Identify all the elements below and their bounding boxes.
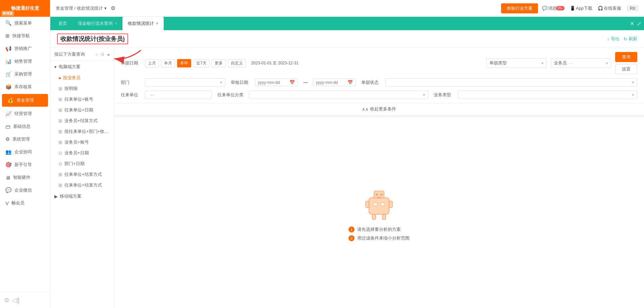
biz-type-select[interactable]: ▾ bbox=[458, 91, 637, 99]
add-scheme-icon[interactable]: + bbox=[95, 52, 98, 57]
sidebar-item-1[interactable]: ⊞快捷导航 bbox=[0, 30, 50, 42]
tree-item-2[interactable]: ⊞往来单位+账号 bbox=[50, 94, 114, 105]
filter-row-2: 部门 ▾ 审核日期 📅 — 📅 bbox=[121, 78, 637, 87]
tab-collection-stats[interactable]: 收款情况统计 × bbox=[122, 17, 164, 30]
svg-rect-8 bbox=[389, 201, 392, 208]
tab-home[interactable]: 首页 bbox=[53, 17, 72, 30]
sidebar-icon-1: ⊞ bbox=[5, 33, 10, 39]
salesperson-select[interactable]: 业务员 ··· ▾ bbox=[551, 58, 611, 68]
review-date-label: 审核日期 bbox=[231, 80, 250, 86]
date-btn-last-7-days[interactable]: 近7天 bbox=[193, 59, 210, 67]
tree-item-7[interactable]: ⊙业务员+日期 bbox=[50, 148, 114, 158]
tree-item-icon-1: ⊞ bbox=[58, 86, 62, 91]
page-title: 收款情况统计(按业务员) bbox=[57, 34, 128, 44]
online-service-action[interactable]: 🎧 在线客服 bbox=[598, 5, 621, 11]
app-download-action[interactable]: 📱 App下载 bbox=[570, 5, 592, 11]
collapse-sidebar-icon[interactable]: ◁‖ bbox=[12, 297, 20, 304]
tree-item-label-8: 部门+日期 bbox=[64, 161, 85, 167]
sidebar-item-2[interactable]: 📢营销推广 bbox=[0, 42, 50, 55]
date-btn-more[interactable]: 更多 bbox=[212, 59, 226, 67]
tree-item-6[interactable]: ⊞业务员+账号 bbox=[50, 137, 114, 148]
window-expand-icon[interactable]: ⤢ bbox=[637, 20, 641, 27]
collapse-filters-btn[interactable]: ∧∧ 收起更多条件 bbox=[114, 103, 644, 115]
filter-top-actions: 单据类型 ▾ 业务员 ··· ▾ 查询 设置 bbox=[486, 52, 637, 74]
tree-item-4[interactable]: ⊞业务员+结算方式 bbox=[50, 115, 114, 126]
tree-item-1[interactable]: ⊞按明细 bbox=[50, 83, 114, 94]
tree-item-9[interactable]: ⊞往来单位+结算方式 bbox=[50, 169, 114, 180]
counterparty-label: 往来单位 bbox=[121, 92, 140, 98]
review-date-from[interactable]: 📅 bbox=[255, 79, 298, 86]
sidebar-item-12[interactable]: 🖥智能硬件 bbox=[0, 171, 50, 184]
tab-collection-stats-close[interactable]: × bbox=[156, 21, 158, 26]
counterparty-select[interactable]: ··· bbox=[145, 91, 212, 99]
tree-item-label-0: 按业务员 bbox=[63, 75, 80, 81]
date-btn-this-month[interactable]: 本月 bbox=[161, 59, 175, 67]
date-btn-last-month[interactable]: 上月 bbox=[145, 59, 159, 67]
sidebar-label-14: 畅会员 bbox=[11, 200, 24, 206]
settings-button[interactable]: 设置 bbox=[615, 64, 637, 74]
tree-item-label-10: 往来单位+结算方式 bbox=[64, 182, 102, 188]
calendar-from-icon[interactable]: 📅 bbox=[289, 80, 295, 85]
tab-bank-flow-label: 现金银行流水查询 bbox=[78, 20, 113, 27]
dept-select[interactable]: ▾ bbox=[145, 78, 225, 87]
sidebar-label-2: 营销推广 bbox=[14, 46, 32, 52]
salesperson-more-icon[interactable]: ··· bbox=[569, 61, 573, 66]
breadcrumb-dropdown-icon[interactable]: ▾ bbox=[104, 6, 107, 11]
breadcrumb: 资金管理 / 收款情况统计 ▾ bbox=[56, 5, 107, 11]
sidebar-item-7[interactable]: 📈经营管理 bbox=[0, 107, 50, 120]
dept-label: 部门 bbox=[121, 80, 140, 86]
sidebar-item-0[interactable]: 🔍搜索菜单 bbox=[0, 17, 50, 30]
tree-group-desktop-label: 电脑端方案 bbox=[59, 64, 80, 70]
collapse-panel-icon[interactable]: « bbox=[107, 52, 110, 57]
edition-badge: 标准版 bbox=[1, 11, 14, 16]
left-panel-action-icons: + ⚙ « bbox=[95, 52, 110, 57]
tab-bank-flow[interactable]: 现金银行流水查询 × bbox=[72, 17, 122, 30]
tree-item-3[interactable]: ⊞往来单位+日期 bbox=[50, 105, 114, 115]
sidebar-item-4[interactable]: 🛒采购管理 bbox=[0, 68, 50, 81]
doc-type-select[interactable]: 单据类型 ▾ bbox=[486, 58, 547, 68]
sidebar-item-5[interactable]: 📦库存核算 bbox=[0, 81, 50, 93]
query-button[interactable]: 查询 bbox=[615, 52, 637, 62]
topbar-gear-icon[interactable]: ⚙ bbox=[111, 5, 115, 11]
sidebar-icon-6: 💰 bbox=[7, 97, 14, 103]
calendar-to-icon[interactable]: 📅 bbox=[347, 80, 353, 85]
doc-status-select[interactable]: ▾ bbox=[385, 78, 637, 87]
counterparty-more-icon[interactable]: ··· bbox=[148, 92, 156, 97]
trial-button[interactable]: 体验行业方案 bbox=[501, 3, 538, 13]
tree-item-icon-8: ⊙ bbox=[58, 161, 62, 166]
message-action[interactable]: 💬 消息 99+ bbox=[542, 5, 565, 11]
sidebar-item-6[interactable]: 💰资金管理 bbox=[2, 94, 48, 107]
window-close-icon[interactable]: ✕ bbox=[630, 20, 634, 27]
tree-group-desktop[interactable]: ▾ 电脑端方案 bbox=[50, 61, 114, 72]
counterparty-cat-select[interactable]: ▾ bbox=[249, 91, 428, 99]
user-avatar[interactable]: Rit bbox=[627, 5, 639, 11]
tab-bank-flow-close[interactable]: × bbox=[115, 21, 117, 26]
sidebar-item-14[interactable]: V畅会员 bbox=[0, 197, 50, 209]
sidebar-item-8[interactable]: 🗃基础信息 bbox=[0, 120, 50, 133]
tree-item-5[interactable]: ⊞按往来单位+部门+收... bbox=[50, 126, 114, 137]
tree-item-8[interactable]: ⊙部门+日期 bbox=[50, 158, 114, 169]
empty-text: 1 请先选择要分析的方案 2 用过滤条件来缩小分析范围 bbox=[348, 226, 410, 241]
sidebar-item-9[interactable]: ⚙系统管理 bbox=[0, 133, 50, 146]
refresh-button[interactable]: ↻ 刷新 bbox=[624, 36, 637, 42]
empty-state: 1 请先选择要分析的方案 2 用过滤条件来缩小分析范围 bbox=[114, 117, 644, 308]
tree-item-label-1: 按明细 bbox=[64, 86, 77, 92]
date-btn-this-year[interactable]: 本年 bbox=[177, 59, 191, 67]
export-button[interactable]: ↑ 导出 bbox=[607, 36, 620, 42]
date-btn-custom[interactable]: 自定义 bbox=[228, 59, 246, 67]
svg-rect-6 bbox=[377, 197, 381, 198]
sidebar-item-11[interactable]: 🎯新手引导 bbox=[0, 158, 50, 171]
sidebar-item-3[interactable]: 📊销售管理 bbox=[0, 55, 50, 68]
tip-num-1: 1 bbox=[348, 226, 355, 233]
scheme-settings-icon[interactable]: ⚙ bbox=[101, 52, 105, 57]
biz-type-label: 业务类型 bbox=[434, 92, 452, 98]
tree-item-0[interactable]: ●按业务员 bbox=[50, 72, 114, 83]
sidebar-item-10[interactable]: 👥企业协同 bbox=[0, 146, 50, 158]
review-date-from-input[interactable] bbox=[258, 80, 288, 85]
settings-icon[interactable]: ⚙ bbox=[4, 297, 9, 304]
review-date-to[interactable]: 📅 bbox=[313, 79, 356, 86]
sidebar-item-13[interactable]: 💬企业微信 bbox=[0, 184, 50, 197]
tree-item-10[interactable]: ⊞往来单位+结算方式 bbox=[50, 180, 114, 191]
review-date-to-input[interactable] bbox=[316, 80, 346, 85]
tree-group-mobile[interactable]: ▶ 移动端方案 bbox=[50, 191, 114, 202]
